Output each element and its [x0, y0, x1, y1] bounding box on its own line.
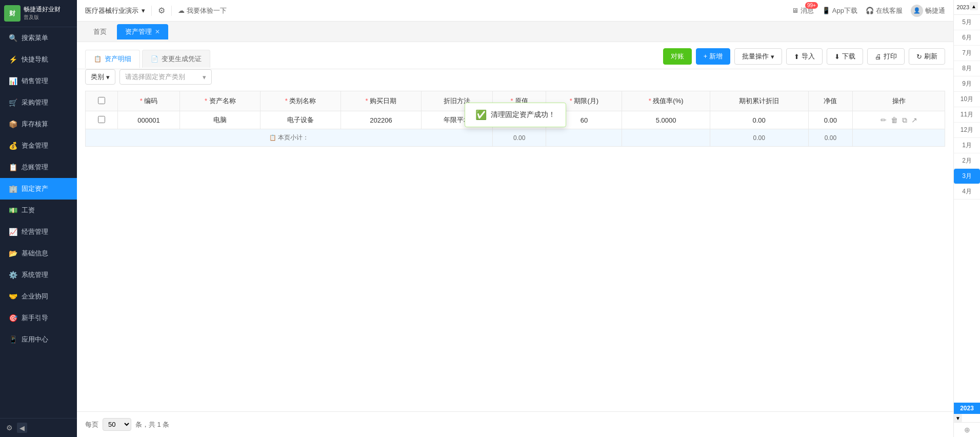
tab-asset-detail[interactable]: 📋 资产明细 — [85, 50, 140, 68]
calendar-month[interactable]: 7月 — [954, 46, 980, 61]
asset-detail-icon: 📋 — [94, 55, 102, 63]
experience-btn[interactable]: ☁ 我要体验一下 — [178, 6, 227, 15]
online-service-btn[interactable]: 🎧 在线客服 — [866, 6, 903, 15]
sidebar-footer: ⚙ ◀ — [0, 418, 77, 437]
row-actions: ✏ 🗑 ⧉ ↗ — [857, 116, 941, 125]
toast-success-icon: ✅ — [475, 109, 487, 121]
select-all-checkbox[interactable] — [98, 97, 105, 104]
app-name: 畅捷通好业财 — [24, 6, 61, 14]
sidebar-item-payroll[interactable]: 💵工资 — [0, 200, 77, 221]
sidebar-icon-app-center: 📱 — [8, 335, 17, 344]
sidebar-item-enterprise[interactable]: 🤝企业协同 — [0, 286, 77, 307]
sidebar-item-purchase[interactable]: 🛒采购管理 — [0, 92, 77, 113]
calendar-month[interactable]: 10月 — [954, 92, 980, 107]
calendar-month[interactable]: 6月 — [954, 30, 980, 46]
subtotal-cumulative: 0.00 — [710, 129, 808, 147]
sidebar-icon-sales: 📊 — [8, 76, 17, 86]
th-code: * 编码 — [117, 91, 180, 111]
sidebar-icon-fixed-assets: 🏢 — [8, 184, 17, 193]
sidebar-item-sales[interactable]: 📊销售管理 — [0, 70, 77, 92]
calendar-month[interactable]: 1月 — [954, 138, 980, 153]
sidebar-item-operations[interactable]: 📈经营管理 — [0, 221, 77, 243]
sidebar-item-search[interactable]: 🔍搜索菜单 — [0, 27, 77, 49]
calendar-expand-icon[interactable]: ⊕ — [964, 426, 970, 434]
user-avatar: 👤 — [911, 5, 923, 17]
settings-icon[interactable]: ⚙ — [6, 424, 13, 432]
reconcile-btn[interactable]: 对账 — [663, 48, 692, 65]
import-icon: ⬆ — [794, 53, 799, 61]
th-purchase-date: * 购买日期 — [341, 91, 422, 111]
calendar-month[interactable]: 11月 — [954, 107, 980, 123]
sidebar-item-system[interactable]: ⚙️系统管理 — [0, 264, 77, 286]
sidebar-item-inventory[interactable]: 📦库存核算 — [0, 113, 77, 135]
batch-ops-btn[interactable]: 批量操作 ▾ — [734, 48, 782, 65]
refresh-btn[interactable]: ↻ 刷新 — [909, 48, 945, 65]
company-dropdown-icon: ▾ — [142, 7, 145, 14]
tab-close-icon[interactable]: ✕ — [155, 28, 160, 35]
sidebar-icon-guide: 🎯 — [8, 313, 17, 323]
sidebar: 财 畅捷通好业财 普及版 🔍搜索菜单⚡快捷导航📊销售管理🛒采购管理📦库存核算💰资… — [0, 0, 77, 437]
topbar-divider-1 — [151, 6, 152, 16]
calendar-month[interactable]: 12月 — [954, 123, 980, 138]
calendar-month[interactable]: 8月 — [954, 61, 980, 76]
calendar-month[interactable]: 3月 — [954, 169, 980, 184]
sidebar-item-basic-info[interactable]: 📂基础信息 — [0, 243, 77, 264]
cell-cumulative-depreciation: 0.00 — [710, 111, 808, 129]
subtotal-net: 0.00 — [808, 129, 853, 147]
calendar-month[interactable]: 4月 — [954, 184, 980, 200]
row-checkbox[interactable] — [98, 116, 105, 123]
sidebar-nav: 🔍搜索菜单⚡快捷导航📊销售管理🛒采购管理📦库存核算💰资金管理📋总账管理🏢固定资产… — [0, 27, 77, 418]
tab-home-label: 首页 — [93, 27, 107, 36]
sidebar-label-operations: 经营管理 — [22, 227, 48, 236]
more-icon[interactable]: ↗ — [911, 116, 917, 124]
tab-home[interactable]: 首页 — [85, 24, 115, 39]
sidebar-item-app-center[interactable]: 📱应用中心 — [0, 329, 77, 350]
cell-category: 电子设备 — [261, 111, 341, 129]
print-icon: 🖨 — [875, 53, 882, 61]
category-filter-label[interactable]: 类别 ▾ — [85, 69, 115, 85]
notifications-btn[interactable]: 🖥 消息 99+ — [792, 6, 814, 15]
print-btn[interactable]: 🖨 打印 — [867, 48, 905, 65]
topbar: 医疗器械行业演示 ▾ ⚙ ☁ 我要体验一下 🖥 消息 99+ 📱 App下载 🎧… — [77, 0, 953, 22]
sidebar-item-quick-nav[interactable]: ⚡快捷导航 — [0, 49, 77, 70]
refresh-icon: ↻ — [916, 53, 922, 61]
user-menu[interactable]: 👤 畅捷通 — [911, 5, 945, 17]
delete-icon[interactable]: 🗑 — [891, 116, 898, 124]
edit-icon[interactable]: ✏ — [881, 116, 887, 124]
sidebar-label-inventory: 库存核算 — [22, 120, 48, 129]
category-arrow-icon: ▾ — [106, 73, 110, 81]
subtotal-actions-empty — [853, 129, 945, 147]
calendar-month[interactable]: 2月 — [954, 153, 980, 169]
copy-icon[interactable]: ⧉ — [902, 116, 907, 125]
tab-asset-mgmt[interactable]: 资产管理 ✕ — [117, 24, 168, 39]
company-selector[interactable]: 医疗器械行业演示 ▾ — [85, 6, 145, 15]
company-name: 医疗器械行业演示 — [85, 6, 138, 15]
filter-bar: 类别 ▾ 请选择固定资产类别 ▾ — [77, 69, 953, 91]
sidebar-item-capital[interactable]: 💰资金管理 — [0, 135, 77, 156]
import-btn[interactable]: ⬆ 导入 — [786, 48, 823, 65]
per-page-select[interactable]: 50 100 200 — [103, 418, 131, 431]
calendar-month[interactable]: 5月 — [954, 15, 980, 30]
sidebar-item-guide[interactable]: 🎯新手引导 — [0, 307, 77, 329]
cell-residual-rate: 5.0000 — [622, 111, 710, 129]
sidebar-item-ledger[interactable]: 📋总账管理 — [0, 156, 77, 178]
category-select[interactable]: 请选择固定资产类别 ▾ — [119, 69, 212, 85]
calendar-months: 5月6月7月8月9月10月11月12月1月2月3月4月 — [954, 15, 980, 403]
app-download-btn[interactable]: 📱 App下载 — [822, 6, 857, 15]
sidebar-item-fixed-assets[interactable]: 🏢固定资产 — [0, 178, 77, 200]
topbar-settings-icon[interactable]: ⚙ — [158, 6, 165, 15]
sidebar-label-fixed-assets: 固定资产 — [22, 184, 48, 193]
calendar-month[interactable]: 9月 — [954, 76, 980, 92]
download-btn[interactable]: ⬇ 下载 — [827, 48, 863, 65]
cell-code: 000001 — [117, 111, 180, 129]
calendar-scroll-up[interactable]: ▲ — [970, 2, 978, 10]
th-actions: 操作 — [853, 91, 945, 111]
change-voucher-icon: 📄 — [151, 55, 158, 63]
tab-change-voucher[interactable]: 📄 变更生成凭证 — [142, 50, 210, 68]
collapse-icon[interactable]: ◀ — [17, 423, 27, 433]
th-checkbox — [86, 91, 118, 111]
calendar-scroll-down[interactable]: ▼ — [954, 414, 962, 422]
sidebar-icon-quick-nav: ⚡ — [8, 55, 17, 64]
download-icon: 📱 — [822, 7, 830, 14]
new-btn[interactable]: + 新增 — [696, 48, 730, 65]
